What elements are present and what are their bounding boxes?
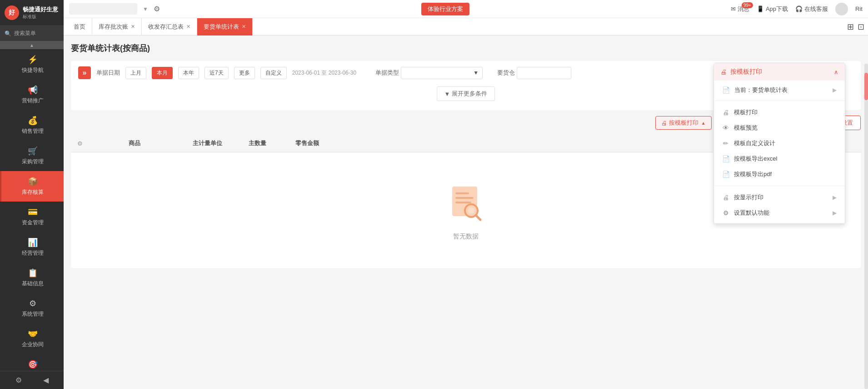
template-print-label: 模板打印 [734, 108, 758, 116]
sidebar: 好 畅捷通好生意 标准版 🔍 搜索菜单 ▲ ⚡ 快捷导航 📢 营销推广 💰 销售… [0, 0, 64, 389]
dropdown-header-left: 🖨 按模板打印 [720, 68, 762, 76]
sidebar-item-sales[interactable]: 💰 销售管理 [0, 110, 64, 141]
order-type-select[interactable]: ▼ [401, 67, 483, 79]
dropdown-printer-icon: 🖨 [720, 68, 727, 76]
set-default-left: ⚙ 设置默认功能 [722, 209, 769, 217]
quick-nav-icon: ⚡ [28, 55, 38, 65]
date-more-btn[interactable]: 更多 [234, 67, 255, 79]
right-scrollbar[interactable] [864, 64, 868, 389]
goods-label: 要货仓 [497, 69, 515, 77]
date-this-month-btn[interactable]: 本月 [152, 67, 173, 79]
template-design-item[interactable]: ✏ 模板自定义设计 [714, 136, 845, 151]
guide-icon: 🎯 [28, 359, 38, 369]
tab-expand-icon[interactable]: ⊞ [847, 22, 854, 32]
print-dropdown-menu: 🖨 按模板打印 ∧ 📄 当前：要货单统计表 ▶ 🖨 模板打印 👁 模板预览 ✏ … [713, 63, 845, 224]
goods-warehouse-select[interactable] [517, 67, 571, 79]
template-preview-label: 模板预览 [734, 124, 758, 132]
messages-btn[interactable]: ✉ 消息 99+ [731, 5, 749, 13]
scroll-up-btn[interactable]: ▲ [0, 41, 64, 49]
filter-toggle-btn[interactable]: » [78, 66, 91, 79]
set-default-icon: ⚙ [722, 209, 729, 217]
template-excel-icon: 📄 [722, 155, 729, 162]
sidebar-item-label: 经营管理 [22, 249, 44, 257]
display-print-icon: 🖨 [722, 194, 729, 201]
print-label: 按模板打印 [669, 119, 698, 127]
fold-sidebar-icon[interactable]: ◀ [43, 376, 49, 384]
set-default-label: 设置默认功能 [734, 209, 769, 217]
message-icon: ✉ [731, 5, 736, 12]
header-gear-icon[interactable]: ⚙ [154, 5, 160, 13]
tab-order-stats[interactable]: 要货单统计表 ✕ [197, 18, 253, 35]
expand-down-icon: ▼ [444, 91, 450, 97]
sidebar-item-label: 采购管理 [22, 158, 44, 166]
sidebar-item-quick-nav[interactable]: ⚡ 快捷导航 [0, 49, 64, 80]
sidebar-item-collab[interactable]: 🤝 企业协同 [0, 323, 64, 354]
display-print-item[interactable]: 🖨 按显示打印 ▶ [714, 190, 845, 205]
sidebar-item-purchase[interactable]: 🛒 采购管理 [0, 141, 64, 171]
svg-rect-2 [455, 197, 474, 199]
sidebar-item-inventory[interactable]: 📦 库存核算 [0, 171, 64, 202]
sidebar-nav: ▲ ⚡ 快捷导航 📢 营销推广 💰 销售管理 🛒 采购管理 📦 库存核算 💳 资… [0, 41, 64, 371]
order-type-value [405, 69, 410, 77]
dropdown-header[interactable]: 🖨 按模板打印 ∧ [714, 63, 845, 81]
tab-receive-summary[interactable]: 收发存汇总表 ✕ [142, 18, 197, 35]
settings-footer-icon[interactable]: ⚙ [15, 376, 22, 384]
expand-conditions-btn[interactable]: ▼ 展开更多条件 [437, 86, 495, 101]
table-settings-icon[interactable]: ⚙ [71, 139, 89, 147]
tab-bar-right: ⊞ ⊡ [847, 22, 864, 32]
header-search-box[interactable] [69, 3, 137, 15]
goods-warehouse-filter: 要货仓 [497, 67, 571, 79]
current-template-left: 📄 当前：要货单统计表 [722, 86, 788, 94]
print-arrow-up-icon: ▲ [701, 121, 706, 126]
sidebar-item-system[interactable]: ⚙ 系统管理 [0, 293, 64, 323]
sidebar-item-finance[interactable]: 💳 资金管理 [0, 202, 64, 232]
sidebar-search[interactable]: 🔍 搜索菜单 [0, 26, 64, 41]
col-qty: 主数量 [234, 139, 280, 147]
sidebar-item-label: 资金管理 [22, 219, 44, 227]
sidebar-item-label: 库存核算 [22, 188, 44, 196]
printer-icon: 🖨 [661, 120, 667, 126]
sidebar-item-label: 企业协同 [22, 341, 44, 349]
print-btn[interactable]: 🖨 按模板打印 ▲ [655, 116, 712, 130]
tab-inventory-batch-label: 库存批次账 [99, 23, 128, 31]
current-template-arrow: ▶ [833, 87, 837, 93]
set-default-item[interactable]: ⚙ 设置默认功能 ▶ [714, 205, 845, 221]
empty-text: 暂无数据 [453, 232, 479, 241]
tab-order-stats-close[interactable]: ✕ [242, 24, 246, 30]
template-preview-item[interactable]: 👁 模板预览 [714, 120, 845, 136]
sidebar-item-marketing[interactable]: 📢 营销推广 [0, 80, 64, 110]
sidebar-item-guide[interactable]: 🎯 新手引导 [0, 354, 64, 371]
user-avatar[interactable] [835, 3, 848, 15]
app-download-btn[interactable]: 📱 App下载 [757, 5, 788, 13]
dropdown-section-sub: 🖨 按显示打印 ▶ ⚙ 设置默认功能 ▶ [714, 187, 845, 223]
dropdown-close-icon[interactable]: ∧ [834, 69, 838, 76]
current-template-item[interactable]: 📄 当前：要货单统计表 ▶ [714, 83, 845, 97]
marketing-icon: 📢 [28, 85, 38, 95]
filter-toggle-icon: » [83, 69, 87, 77]
nav-dropdown-arrow[interactable]: ▼ [143, 6, 148, 12]
date-custom-btn[interactable]: 自定义 [260, 67, 287, 79]
online-service-btn[interactable]: 🎧 在线客服 [795, 5, 828, 13]
template-design-icon: ✏ [722, 140, 729, 147]
scrollbar-thumb[interactable] [864, 73, 868, 100]
sidebar-item-operations[interactable]: 📊 经营管理 [0, 232, 64, 263]
tab-inventory-batch[interactable]: 库存批次账 ✕ [92, 18, 142, 35]
template-pdf-item[interactable]: 📄 按模板导出pdf [714, 167, 845, 182]
tab-shrink-icon[interactable]: ⊡ [858, 22, 864, 32]
tab-receive-summary-close[interactable]: ✕ [186, 24, 190, 30]
tab-receive-summary-label: 收发存汇总表 [148, 23, 184, 31]
purchase-icon: 🛒 [28, 146, 38, 156]
sidebar-item-basic[interactable]: 📋 基础信息 [0, 263, 64, 293]
top-header: ▼ ⚙ 体验行业方案 ✉ 消息 99+ 📱 App下载 🎧 在线客服 Rit [64, 0, 868, 18]
search-placeholder [74, 5, 79, 12]
service-label: 在线客服 [804, 5, 828, 13]
date-last7days-btn[interactable]: 近7天 [205, 67, 229, 79]
date-this-year-btn[interactable]: 本年 [178, 67, 199, 79]
trial-btn[interactable]: 体验行业方案 [421, 3, 469, 15]
svg-line-5 [476, 215, 480, 220]
tab-home[interactable]: 首页 [67, 18, 92, 35]
template-print-item[interactable]: 🖨 模板打印 [714, 105, 845, 120]
tab-inventory-batch-close[interactable]: ✕ [131, 24, 135, 30]
date-prev-month-btn[interactable]: 上月 [125, 67, 146, 79]
template-excel-item[interactable]: 📄 按模板导出excel [714, 151, 845, 167]
